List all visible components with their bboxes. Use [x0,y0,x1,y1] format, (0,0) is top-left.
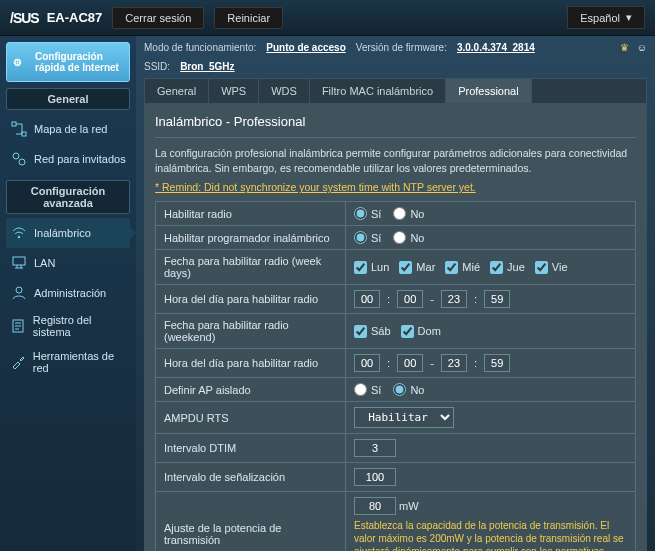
txpower-unit: mW [399,500,419,512]
section-title: Inalámbrico - Professional [155,114,636,129]
mode-label: Modo de funcionamiento: [144,42,256,53]
txpower-hint: Establezca la capacidad de la potencia d… [354,519,627,551]
enable-sched-yes[interactable]: Sí [354,231,381,244]
label-isolated: Definir AP aislado [156,378,346,402]
isolated-no[interactable]: No [393,383,424,396]
tab-wds[interactable]: WDS [259,79,310,103]
tools-icon [10,353,27,371]
sidebar-item-label: Registro del sistema [33,314,126,338]
cb-lun[interactable]: Lun [354,261,389,274]
sidebar-item-label: LAN [34,257,55,269]
svg-rect-1 [22,132,26,136]
label-ampdu: AMPDU RTS [156,402,346,434]
time-week-m2[interactable] [484,290,510,308]
mode-value[interactable]: Punto de acceso [266,42,345,53]
sidebar-item-syslog[interactable]: Registro del sistema [6,308,130,344]
sidebar-item-label: Administración [34,287,106,299]
sidebar-item-wireless[interactable]: Inalámbrico [6,218,130,248]
guest-icon [10,150,28,168]
sidebar-item-nettools[interactable]: Herramientas de red [6,344,130,380]
tab-general[interactable]: General [145,79,209,103]
label-dtim: Intervalo DTIM [156,434,346,463]
chevron-down-icon: ▾ [626,11,632,24]
time-week-m1[interactable] [397,290,423,308]
label-enable-radio: Habilitar radio [156,202,346,226]
lan-icon [10,254,28,272]
sidebar-item-label: Red para invitados [34,153,126,165]
qis-button[interactable]: ⚙ Configuración rápida de Internet [6,42,130,82]
sidebar-item-label: Mapa de la red [34,123,107,135]
reboot-button[interactable]: Reiniciar [214,7,283,29]
enable-radio-yes[interactable]: Sí [354,207,381,220]
section-desc: La configuración profesional inalámbrica… [155,146,636,175]
wifi-icon [10,224,28,242]
group-general[interactable]: General [6,88,130,110]
admin-icon [10,284,28,302]
enable-radio-no[interactable]: No [393,207,424,220]
cb-mie[interactable]: Mié [445,261,480,274]
label-txpower: Ajuste de la potencia de transmisión [156,492,346,551]
group-advanced[interactable]: Configuración avanzada [6,180,130,214]
tab-wps[interactable]: WPS [209,79,259,103]
language-menu[interactable]: Español ▾ [567,6,645,29]
ssid-value[interactable]: Bron_5GHz [180,61,234,72]
gear-icon: ⚙ [13,57,22,68]
ssid-label: SSID: [144,61,170,72]
dtim-input[interactable] [354,439,396,457]
cb-jue[interactable]: Jue [490,261,525,274]
ntp-warning[interactable]: * Remind: Did not synchronize your syste… [155,181,636,193]
svg-point-6 [16,287,22,293]
sidebar-item-label: Inalámbrico [34,227,91,239]
log-icon [10,317,27,335]
trophy-icon[interactable]: ♛ [620,42,629,53]
cb-vie[interactable]: Vie [535,261,568,274]
sidebar-item-guestnetwork[interactable]: Red para invitados [6,144,130,174]
user-icon[interactable]: ☺ [637,42,647,53]
time-week-h1[interactable] [354,290,380,308]
cb-dom[interactable]: Dom [401,325,441,338]
label-time-wend: Hora del día para habilitar radio [156,349,346,378]
ampdu-select[interactable]: Habilitar [354,407,454,428]
logout-button[interactable]: Cerrar sesión [112,7,204,29]
qis-label: Configuración rápida de Internet [35,51,119,73]
label-beacon: Intervalo de señalización [156,463,346,492]
svg-point-4 [18,236,20,238]
language-label: Español [580,12,620,24]
sidebar-item-lan[interactable]: LAN [6,248,130,278]
label-date-wend: Fecha para habilitar radio (weekend) [156,314,346,349]
txpower-input[interactable] [354,497,396,515]
fw-label: Versión de firmware: [356,42,447,53]
time-week-h2[interactable] [441,290,467,308]
cb-mar[interactable]: Mar [399,261,435,274]
time-wend-m1[interactable] [397,354,423,372]
beacon-input[interactable] [354,468,396,486]
sidebar-item-networkmap[interactable]: Mapa de la red [6,114,130,144]
network-icon [10,120,28,138]
label-time-week: Hora del día para habilitar radio [156,285,346,314]
label-date-week: Fecha para habilitar radio (week days) [156,250,346,285]
svg-rect-5 [13,257,25,265]
svg-point-2 [13,153,19,159]
time-wend-m2[interactable] [484,354,510,372]
model-name: EA-AC87 [47,10,103,25]
fw-value[interactable]: 3.0.0.4.374_2814 [457,42,535,53]
sidebar-item-label: Herramientas de red [33,350,126,374]
svg-rect-0 [12,122,16,126]
tab-professional[interactable]: Professional [446,79,532,103]
isolated-yes[interactable]: Sí [354,383,381,396]
label-enable-sched: Habilitar programador inalámbrico [156,226,346,250]
svg-point-3 [19,159,25,165]
time-wend-h2[interactable] [441,354,467,372]
sidebar-item-admin[interactable]: Administración [6,278,130,308]
cb-sab[interactable]: Sáb [354,325,391,338]
enable-sched-no[interactable]: No [393,231,424,244]
tab-macfilter[interactable]: Filtro MAC inalámbrico [310,79,446,103]
time-wend-h1[interactable] [354,354,380,372]
asus-logo: /SUS [10,10,39,26]
